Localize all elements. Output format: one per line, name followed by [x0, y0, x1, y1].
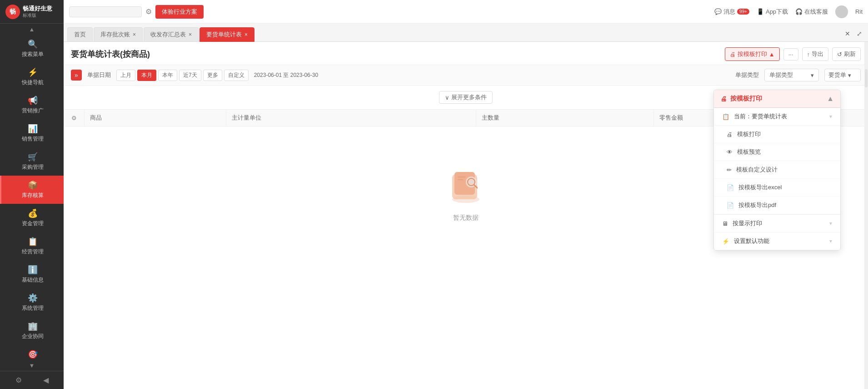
- sidebar-item-purchase[interactable]: 🛒 采购管理: [0, 147, 64, 176]
- sidebar-item-enterprise[interactable]: 🏢 企业协同: [0, 317, 64, 345]
- window-maximize-button[interactable]: ⤢: [854, 29, 864, 39]
- sidebar-item-basic[interactable]: ℹ️ 基础信息: [0, 260, 64, 288]
- sidebar-bottom: ⚙ ◀: [0, 371, 64, 389]
- dropdown-export-excel[interactable]: 📄 按模板导出excel: [714, 179, 840, 197]
- filter-expand-button[interactable]: »: [71, 70, 82, 81]
- scrollbar-thumb[interactable]: [865, 69, 868, 87]
- online-service-button[interactable]: 🎧 在线客服: [795, 8, 828, 16]
- expand-more-icon: ∨: [445, 94, 449, 101]
- finance-icon: 💰: [28, 208, 38, 218]
- display-print-label: 按显示打印: [733, 219, 762, 227]
- print-template-button[interactable]: 🖨 按模板打印 ▲: [725, 47, 780, 61]
- refresh-button[interactable]: ↺ 刷新: [832, 47, 861, 61]
- tab-order-stats[interactable]: 要货单统计表 ×: [200, 27, 254, 42]
- sidebar-scroll-up[interactable]: ▲: [0, 24, 64, 35]
- tab-home[interactable]: 首页: [67, 27, 93, 41]
- dropdown-close-icon[interactable]: ▲: [827, 95, 834, 103]
- sidebar-item-operations[interactable]: 📋 经营管理: [0, 232, 64, 260]
- expand-more-button[interactable]: ∨ 展开更多条件: [439, 91, 493, 104]
- order-status-filter[interactable]: 要货单 ▾: [824, 69, 861, 81]
- dropdown-template-preview[interactable]: 👁 模板预览: [714, 143, 840, 161]
- window-close-button[interactable]: ✕: [843, 29, 853, 39]
- export-pdf-label: 按模板导出pdf: [738, 201, 776, 209]
- table-settings-icon[interactable]: ⚙: [70, 113, 79, 122]
- export-excel-label: 按模板导出excel: [738, 183, 782, 192]
- sidebar-item-guide[interactable]: 🎯 新手引导: [0, 345, 64, 360]
- settings-button[interactable]: ⚙: [15, 376, 22, 384]
- current-month-button[interactable]: 本月: [137, 70, 156, 81]
- more-dates-button[interactable]: 更多: [203, 70, 222, 81]
- empty-icon: [443, 163, 489, 208]
- tab-order-label: 要货单统计表: [206, 30, 242, 39]
- export-pdf-icon: 📄: [727, 202, 734, 209]
- dropdown-title: 按模板打印: [730, 95, 762, 103]
- order-status-label: 要货单: [828, 71, 846, 79]
- svg-rect-6: [458, 177, 466, 177]
- template-design-label: 模板自定义设计: [736, 166, 778, 174]
- dropdown-template-print[interactable]: 🖨 模板打印: [714, 126, 840, 143]
- last-month-button[interactable]: 上月: [116, 70, 135, 81]
- main-content: ⚙ 体验行业方案 💬 消息 99+ 📱 App下载 🎧 在线客服 Rit 首页: [64, 0, 868, 389]
- sidebar-sales-label: 销售管理: [22, 135, 44, 143]
- display-print-icon: 🖥: [722, 220, 728, 227]
- enterprise-icon: 🏢: [28, 321, 38, 331]
- tab-receipt-label: 收发存汇总表: [150, 30, 186, 39]
- chevron-up-icon: ▲: [769, 51, 775, 58]
- settings-gear-icon[interactable]: ⚙: [145, 7, 152, 16]
- app-download-button[interactable]: 📱 App下载: [757, 8, 788, 16]
- refresh-icon: ↺: [837, 51, 842, 58]
- vertical-scrollbar[interactable]: [864, 42, 868, 389]
- logo-main-text: 畅通好生意: [23, 5, 52, 13]
- dropdown-set-default[interactable]: ⚡ 设置默认功能 ▾: [714, 232, 840, 250]
- dropdown-current-item[interactable]: 📋 当前：要货单统计表 ▾: [714, 108, 840, 126]
- page-header: 要货单统计表(按商品) 🖨 按模板打印 ▲ ··· ↑ 导出 ↺ 刷新: [64, 42, 868, 65]
- dropdown-display-print[interactable]: 🖥 按显示打印 ▾: [714, 215, 840, 232]
- order-type-select[interactable]: 单据类型 ▾: [764, 69, 819, 81]
- avatar[interactable]: [835, 5, 848, 18]
- order-type-value: 单据类型: [769, 71, 793, 79]
- tab-order-close-icon[interactable]: ×: [244, 32, 248, 37]
- sidebar-item-sales[interactable]: 📊 销售管理: [0, 119, 64, 147]
- sidebar-item-quick-nav[interactable]: ⚡ 快捷导航: [0, 63, 64, 91]
- sidebar-item-marketing[interactable]: 📢 营销推广: [0, 91, 64, 119]
- sidebar: 畅 畅通好生意 标准版 ▲ 🔍 搜索菜单 ⚡ 快捷导航 📢 营销推广 📊 销售管…: [0, 0, 64, 389]
- template-print-label: 模板打印: [737, 130, 761, 138]
- sidebar-scroll-down[interactable]: ▼: [0, 360, 64, 371]
- date-range-display: 2023-06-01 至 2023-06-30: [254, 71, 318, 79]
- inventory-icon: 📦: [28, 180, 38, 190]
- app-download-label: App下载: [766, 8, 788, 16]
- tab-receipt-summary[interactable]: 收发存汇总表 ×: [144, 27, 199, 41]
- tab-receipt-close-icon[interactable]: ×: [189, 32, 192, 37]
- sidebar-marketing-label: 营销推广: [22, 107, 44, 115]
- template-preview-icon: 👁: [727, 149, 733, 156]
- template-preview-label: 模板预览: [737, 148, 761, 156]
- custom-date-button[interactable]: 自定义: [224, 70, 249, 81]
- sound-button[interactable]: ◀: [43, 376, 49, 384]
- top-search-input[interactable]: [69, 6, 142, 17]
- sidebar-logo: 畅 畅通好生意 标准版: [0, 0, 64, 24]
- sidebar-item-system[interactable]: ⚙️ 系统管理: [0, 288, 64, 317]
- sidebar-item-finance[interactable]: 💰 资金管理: [0, 204, 64, 232]
- last-7-days-button[interactable]: 近7天: [179, 70, 201, 81]
- sidebar-search-label: 搜索菜单: [22, 51, 44, 58]
- dropdown-export-pdf[interactable]: 📄 按模板导出pdf: [714, 197, 840, 214]
- tab-batch-account[interactable]: 库存批次账 ×: [94, 27, 143, 41]
- sidebar-item-inventory[interactable]: 📦 库存核算: [0, 176, 64, 204]
- set-default-icon: ⚡: [722, 238, 729, 245]
- search-icon: 🔍: [28, 39, 38, 49]
- print-btn-label: 按模板打印: [738, 50, 767, 58]
- sidebar-item-search[interactable]: 🔍 搜索菜单: [0, 35, 64, 63]
- messages-button[interactable]: 💬 消息 99+: [714, 8, 749, 16]
- online-service-icon: 🎧: [795, 8, 803, 15]
- set-default-arrow: ▾: [829, 238, 832, 244]
- current-item-icon: 📋: [722, 113, 729, 120]
- trial-button[interactable]: 体验行业方案: [155, 5, 204, 19]
- order-status-chevron: ▾: [848, 72, 851, 79]
- tab-batch-close-icon[interactable]: ×: [133, 32, 136, 37]
- operations-icon: 📋: [28, 237, 38, 247]
- more-options-button[interactable]: ···: [783, 48, 798, 61]
- sidebar-purchase-label: 采购管理: [22, 163, 44, 171]
- current-year-button[interactable]: 本年: [158, 70, 177, 81]
- export-button[interactable]: ↑ 导出: [802, 47, 829, 61]
- dropdown-template-design[interactable]: ✏ 模板自定义设计: [714, 161, 840, 179]
